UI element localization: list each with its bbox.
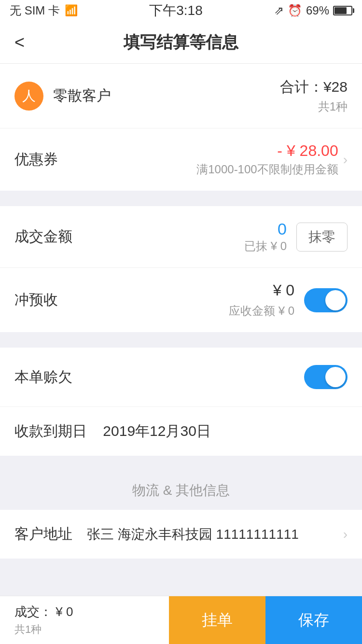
customer-right: 合计：¥28 共1种 [280, 77, 348, 114]
battery-percent: 69% [306, 4, 329, 17]
address-label: 客户地址 [14, 524, 72, 544]
due-date-row: 收款到期日 2019年12月30日 [0, 406, 362, 456]
logistics-title: 物流 & 其他信息 [132, 481, 230, 500]
status-left: 无 SIM 卡 📶 [10, 3, 78, 18]
bottom-info: 成交： ¥ 0 共1种 [0, 596, 169, 644]
prepayment-toggle[interactable] [304, 288, 348, 312]
logistics-header: 物流 & 其他信息 [0, 471, 362, 510]
coupon-right: - ¥ 28.00 满1000-100不限制使用金额 › [196, 142, 348, 177]
coupon-info: - ¥ 28.00 满1000-100不限制使用金额 [196, 142, 338, 177]
prepayment-right: ¥ 0 应收金额 ¥ 0 [229, 281, 348, 319]
customer-section: 人 零散客户 合计：¥28 共1种 优惠券 - ¥ 28.00 满1000-10… [0, 64, 362, 191]
receivable-text: 应收金额 ¥ 0 [229, 303, 294, 319]
prepayment-row: 冲预收 ¥ 0 应收金额 ¥ 0 [0, 268, 362, 332]
prepayment-label: 冲预收 [14, 290, 72, 310]
prepayment-info: ¥ 0 应收金额 ¥ 0 [229, 281, 294, 319]
debt-section: 本单赊欠 收款到期日 2019年12月30日 [0, 348, 362, 456]
transaction-right: 0 已抹 ¥ 0 抹零 [244, 220, 348, 254]
customer-name: 零散客户 [53, 86, 111, 106]
due-date-text: 收款到期日 2019年12月30日 [14, 423, 211, 439]
battery-icon [333, 6, 352, 15]
bottom-bar: 成交： ¥ 0 共1种 挂单 保存 [0, 596, 362, 644]
address-row[interactable]: 客户地址 张三 海淀永丰科技园 11111111111 › [0, 510, 362, 559]
debt-label: 本单赊欠 [14, 367, 72, 387]
transaction-row: 成交金额 0 已抹 ¥ 0 抹零 [0, 206, 362, 268]
avatar: 人 [14, 82, 43, 111]
chevron-right-icon: › [343, 152, 348, 168]
total-amount: 合计：¥28 [280, 77, 348, 97]
status-bar: 无 SIM 卡 📶 下午3:18 ⇗ ⏰ 69% [0, 0, 362, 21]
address-chevron-icon: › [343, 527, 348, 542]
hang-button[interactable]: 挂单 [169, 596, 265, 644]
time-display: 下午3:18 [149, 1, 203, 20]
page-title: 填写结算等信息 [124, 31, 238, 54]
coupon-desc: 满1000-100不限制使用金额 [196, 162, 338, 177]
main-content: 人 零散客户 合计：¥28 共1种 优惠券 - ¥ 28.00 满1000-10… [0, 64, 362, 624]
transaction-section: 成交金额 0 已抹 ¥ 0 抹零 冲预收 ¥ 0 应收金额 ¥ 0 [0, 206, 362, 332]
back-button[interactable]: < [14, 32, 25, 53]
alarm-icon: ⏰ [288, 4, 302, 17]
bottom-transaction-label: 成交： [14, 604, 52, 619]
coupon-row[interactable]: 优惠券 - ¥ 28.00 满1000-100不限制使用金额 › [0, 128, 362, 191]
deducted-text: 已抹 ¥ 0 [244, 238, 287, 254]
bottom-count: 共1种 [14, 622, 169, 637]
carrier-text: 无 SIM 卡 [10, 3, 60, 18]
section-divider-3 [0, 463, 362, 471]
total-count: 共1种 [280, 99, 348, 114]
customer-row: 人 零散客户 合计：¥28 共1种 [0, 64, 362, 128]
bottom-transaction-amount: ¥ 0 [56, 604, 73, 619]
avatar-icon: 人 [22, 87, 36, 105]
location-icon: ⇗ [274, 4, 284, 17]
round-off-button[interactable]: 抹零 [296, 223, 348, 252]
bottom-transaction: 成交： ¥ 0 [14, 603, 169, 620]
section-divider-2 [0, 340, 362, 348]
wifi-icon: 📶 [65, 4, 78, 17]
nav-bar: < 填写结算等信息 [0, 21, 362, 64]
debt-toggle-knob [325, 367, 346, 387]
coupon-amount: - ¥ 28.00 [196, 142, 338, 160]
coupon-label: 优惠券 [14, 150, 58, 169]
toggle-knob [325, 290, 346, 310]
address-section: 客户地址 张三 海淀永丰科技园 11111111111 › [0, 510, 362, 559]
debt-row: 本单赊欠 [0, 348, 362, 406]
transaction-label: 成交金额 [14, 227, 72, 247]
debt-toggle[interactable] [304, 365, 348, 389]
save-button[interactable]: 保存 [265, 596, 362, 644]
customer-left: 人 零散客户 [14, 82, 111, 111]
transaction-value[interactable]: 0 [244, 220, 287, 238]
status-right: ⇗ ⏰ 69% [274, 4, 352, 17]
due-date-label: 收款到期日 [14, 423, 87, 439]
prepayment-amount: ¥ 0 [273, 281, 294, 299]
section-divider-1 [0, 198, 362, 206]
due-date-value: 2019年12月30日 [103, 423, 210, 439]
address-value: 张三 海淀永丰科技园 11111111111 [87, 525, 343, 544]
